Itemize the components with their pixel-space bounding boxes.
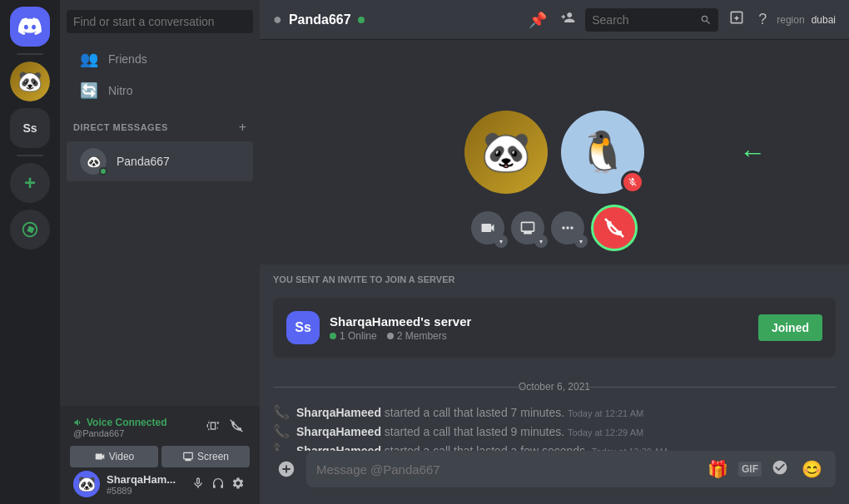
help-button[interactable]: ? (755, 7, 770, 32)
video-btn-group: ▾ (471, 211, 504, 245)
call-log-phone-icon: 📞 (273, 404, 290, 420)
green-arrow-icon: ← (739, 137, 766, 168)
dm-panda667[interactable]: 🐼 Panda667 (67, 141, 253, 181)
chat-search-input[interactable] (592, 13, 697, 27)
end-call-button[interactable] (591, 205, 638, 251)
muted-badge (621, 170, 644, 194)
participant-penguin: 🐧 (561, 111, 644, 194)
joined-button[interactable]: Joined (758, 314, 822, 341)
search-icon (700, 13, 712, 27)
server-invite-card: Ss SharqaHameed's server 1 Online 2 Memb… (273, 298, 836, 358)
headset-button[interactable] (210, 475, 226, 494)
emoji-button[interactable]: 😊 (798, 456, 826, 482)
chat-search-box[interactable] (585, 8, 718, 32)
voice-username: @Panda667 (73, 428, 166, 438)
friends-nav-item[interactable]: 👥 Friends (67, 43, 253, 75)
region-value[interactable]: dubai (812, 14, 836, 26)
call-log-item: 📞 SharqaHameed started a call that laste… (273, 403, 836, 422)
video-dropdown-button[interactable]: ▾ (494, 235, 508, 248)
sticker-button[interactable] (768, 456, 792, 483)
participant-panda-avatar: 🐼 (464, 111, 548, 194)
search-input[interactable] (67, 10, 253, 33)
gift-button[interactable]: 🎁 (704, 456, 732, 482)
dm-header-icon: ● (273, 11, 282, 28)
nitro-nav-item[interactable]: 🔄 Nitro (67, 75, 253, 106)
call-log-phone-icon: 📞 (273, 423, 290, 439)
add-server-button[interactable]: + (10, 163, 50, 203)
message-input[interactable] (316, 462, 698, 477)
server-sidebar: 🐼 Ss + (0, 0, 60, 504)
call-log-time: Today at 12:29 AM (568, 427, 643, 437)
online-stat: 1 Online (330, 330, 377, 342)
invite-stats: 1 Online 2 Members (330, 330, 748, 342)
invite-info: SharqaHameed's server 1 Online 2 Members (330, 314, 748, 342)
chat-header-username: Panda667 (289, 12, 351, 27)
svg-line-0 (231, 420, 243, 432)
discover-servers-button[interactable] (10, 210, 50, 250)
friends-icon: 👥 (80, 50, 98, 68)
share-btn-group: ▾ (511, 211, 544, 245)
user-info: SharqaHam... #5889 (107, 473, 183, 496)
dm-header: DIRECT MESSAGES + (60, 106, 260, 141)
video-button[interactable]: Video (70, 446, 158, 467)
call-log-item: 📞 SharqaHameed started a call that laste… (273, 422, 836, 441)
search-bar[interactable] (60, 0, 260, 43)
message-input-area: 🎁 GIF 😊 (260, 451, 849, 504)
voice-status: Voice Connected (73, 417, 166, 428)
friends-label: Friends (108, 52, 147, 66)
user-avatar: 🐼 (73, 471, 100, 497)
add-content-button[interactable] (273, 456, 300, 482)
media-buttons: Video Screen (67, 446, 253, 467)
user-discriminator: #5889 (107, 486, 183, 496)
ss-server-icon[interactable]: Ss (10, 108, 50, 148)
call-log-item: 📞 SharqaHameed started a call that laste… (273, 441, 836, 451)
call-participants: 🐼 🐧 (464, 111, 644, 194)
nitro-label: Nitro (108, 84, 133, 97)
svg-line-1 (605, 219, 623, 237)
more-dropdown-button[interactable]: ▾ (574, 235, 588, 248)
disconnect-voice-button[interactable] (226, 416, 246, 439)
nitro-icon: 🔄 (80, 82, 98, 100)
voice-settings-button[interactable] (203, 416, 223, 439)
dm-username: Panda667 (117, 155, 170, 168)
call-log-text: SharqaHameed started a call that lasted … (296, 425, 643, 438)
user-display-name: SharqaHam... (107, 473, 183, 486)
invite-server-name: SharqaHameed's server (330, 314, 748, 329)
online-status-dot (99, 167, 107, 175)
user-actions (190, 475, 246, 494)
invite-server-icon: Ss (286, 311, 320, 344)
call-log-phone-icon: 📞 (273, 442, 290, 451)
header-actions: 📌 ? region dubai (525, 6, 836, 33)
server-divider-2 (17, 155, 43, 156)
voice-info: Voice Connected @Panda667 (73, 417, 166, 438)
more-btn-group: ▾ (551, 211, 584, 245)
call-controls: ▾ ▾ ▾ (471, 205, 638, 251)
inbox-button[interactable] (725, 6, 748, 33)
region-label: region (777, 14, 804, 26)
discord-home-button[interactable] (10, 7, 50, 47)
screen-share-button[interactable]: Screen (161, 446, 250, 467)
call-area: 🐼 🐧 ▾ (260, 40, 849, 264)
arrow-indicator: ← (739, 137, 766, 168)
date-separator: October 6, 2021 (273, 381, 836, 393)
add-dm-button[interactable]: + (239, 120, 246, 135)
channel-sidebar: 👥 Friends 🔄 Nitro DIRECT MESSAGES + 🐼 Pa… (60, 0, 260, 504)
online-status-indicator (358, 17, 365, 23)
add-member-button[interactable] (557, 7, 578, 32)
share-dropdown-button[interactable]: ▾ (534, 235, 548, 248)
participant-panda: 🐼 (464, 111, 548, 194)
message-input-box[interactable]: 🎁 GIF 😊 (306, 451, 836, 487)
mic-button[interactable] (190, 475, 206, 494)
main-content: ● Panda667 📌 ? region dubai (260, 0, 849, 504)
pin-button[interactable]: 📌 (525, 7, 550, 32)
invite-card-wrapper: YOU SENT AN INVITE TO JOIN A SERVER Ss S… (273, 264, 836, 371)
server-divider (17, 53, 43, 55)
voice-actions (203, 416, 246, 439)
sidebar-bottom: Voice Connected @Panda667 Video (60, 406, 260, 504)
chat-header: ● Panda667 📌 ? region dubai (260, 0, 849, 40)
gif-button[interactable]: GIF (738, 462, 762, 477)
call-log-text: SharqaHameed started a call that lasted … (296, 444, 668, 452)
member-dot (387, 333, 394, 339)
settings-button[interactable] (230, 475, 246, 494)
panda-server-icon[interactable]: 🐼 (10, 62, 50, 101)
